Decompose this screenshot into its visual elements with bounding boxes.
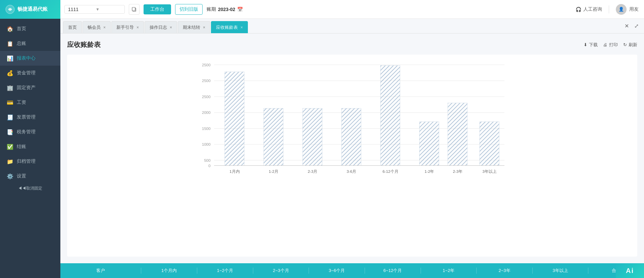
table-header-3年以上: 3年以上 — [533, 268, 589, 274]
svg-text:0: 0 — [208, 163, 210, 168]
divider — [609, 5, 609, 13]
tab-label-period-end: 期末结转 — [183, 24, 200, 30]
tab-oplog[interactable]: 操作日志× — [145, 21, 177, 33]
tab-close-guide[interactable]: × — [137, 25, 139, 30]
svg-rect-20 — [225, 72, 244, 166]
page-actions: ⬇ 下载 🖨 打印 ↻ 刷新 — [584, 42, 637, 48]
sidebar-label-invoice: 发票管理 — [17, 114, 36, 120]
sidebar-item-settings[interactable]: ⚙️ 设置 — [0, 169, 60, 184]
tab-close-member[interactable]: × — [103, 25, 106, 30]
table-header-3~6个月: 3~6个月 — [309, 268, 365, 274]
svg-text:6-12个月: 6-12个月 — [382, 169, 398, 173]
table-header-客户: 客户 — [60, 268, 141, 274]
table-header-2~3年: 2~3年 — [477, 268, 533, 274]
consultant-button[interactable]: 🎧 人工咨询 — [576, 6, 602, 12]
sidebar-item-funds[interactable]: 💰 资金管理 — [0, 66, 60, 80]
expand-tab-button[interactable]: ⤢ — [633, 21, 640, 30]
tab-label-home: 首页 — [68, 24, 77, 30]
table-header: 客户1个月内1~2个月2~3个月3~6个月6~12个月1~2年2~3年3年以上合… — [60, 263, 644, 278]
page-content: 应收账龄表 ⬇ 下载 🖨 打印 ↻ 刷新 — [60, 33, 644, 263]
consultant-label: 人工咨询 — [583, 6, 602, 12]
period-area: 账期 2023-02 📅 — [207, 6, 243, 12]
headset-icon: 🎧 — [576, 7, 581, 12]
chart-area: 2500 2500 2500 2000 1500 1000 500 0 — [74, 61, 631, 250]
page-header: 应收账龄表 ⬇ 下载 🖨 打印 ↻ 刷新 — [67, 40, 637, 49]
svg-text:2-3年: 2-3年 — [453, 169, 463, 173]
salary-icon: 💳 — [7, 99, 13, 106]
company-selector[interactable]: 1111 ▼ — [64, 5, 125, 14]
tab-close-oplog[interactable]: × — [170, 25, 172, 30]
sidebar-label-assets: 固定资产 — [17, 85, 36, 91]
close-all-tabs-button[interactable]: ✕ — [623, 21, 630, 30]
tab-guide[interactable]: 新手引导× — [111, 21, 144, 33]
tab-label-oplog: 操作日志 — [150, 24, 167, 30]
svg-text:1月内: 1月内 — [229, 169, 239, 173]
sidebar-item-home[interactable]: 🏠 首页 — [0, 21, 60, 36]
chart-container: 2500 2500 2500 2000 1500 1000 500 0 — [67, 55, 637, 257]
table-header-1~2个月: 1~2个月 — [197, 268, 253, 274]
user-area[interactable]: 👤 用友 — [616, 4, 639, 15]
svg-rect-24 — [303, 108, 322, 165]
top-bar: 畅捷通易代账 1111 ▼ 工作台 切到旧版 账期 2023-02 📅 🎧 人工… — [0, 0, 644, 19]
page-title: 应收账龄表 — [67, 40, 101, 49]
calendar-icon[interactable]: 📅 — [237, 7, 243, 12]
table-header-1个月内: 1个月内 — [141, 268, 197, 274]
sidebar-item-invoice[interactable]: 🧾 发票管理 — [0, 110, 60, 125]
svg-text:3-6月: 3-6月 — [346, 169, 356, 173]
logo-text: 畅捷通易代账 — [17, 6, 48, 12]
ledger-icon: 📋 — [7, 40, 13, 47]
ai-badge[interactable]: Ai — [616, 264, 644, 278]
svg-rect-2 — [132, 7, 135, 11]
sidebar: 🏠 首页 📋 总账 📊 报表中心 💰 资金管理 🏢 固定资产 💳 工资 🧾 发票… — [0, 19, 60, 278]
print-icon: 🖨 — [603, 42, 607, 47]
funds-icon: 💰 — [7, 70, 13, 76]
workbench-button[interactable]: 工作台 — [144, 4, 171, 14]
sidebar-label-archive: 归档管理 — [17, 158, 36, 164]
sidebar-label-funds: 资金管理 — [17, 70, 36, 76]
svg-text:500: 500 — [204, 158, 210, 162]
tax-icon: 📑 — [7, 129, 13, 135]
sidebar-label-home: 首页 — [17, 26, 26, 32]
tab-close-period-end[interactable]: × — [203, 25, 205, 30]
tab-home[interactable]: 首页 — [63, 21, 82, 33]
sidebar-item-reports[interactable]: 📊 报表中心 — [0, 51, 60, 66]
sidebar-label-reports: 报表中心 — [17, 55, 36, 61]
svg-rect-34 — [480, 122, 499, 166]
tab-label-member: 畅会员 — [88, 24, 101, 30]
svg-text:2500: 2500 — [202, 63, 211, 67]
tab-close-aging[interactable]: × — [240, 25, 243, 30]
tab-member[interactable]: 畅会员× — [83, 21, 111, 33]
company-name: 1111 — [68, 7, 94, 12]
period-label: 账期 — [207, 6, 216, 12]
bar-chart: 2500 2500 2500 2000 1500 1000 500 0 — [74, 61, 631, 189]
tab-period-end[interactable]: 期末结转× — [178, 21, 210, 33]
sidebar-item-checkout[interactable]: ✅ 结账 — [0, 139, 60, 154]
switch-version-button[interactable]: 切到旧版 — [175, 4, 203, 15]
sidebar-label-salary: 工资 — [17, 99, 26, 106]
main-layout: 🏠 首页 📋 总账 📊 报表中心 💰 资金管理 🏢 固定资产 💳 工资 🧾 发票… — [0, 19, 644, 278]
refresh-button[interactable]: ↻ 刷新 — [623, 42, 637, 48]
sidebar-label-settings: 设置 — [17, 173, 26, 179]
sidebar-label-checkout: 结账 — [17, 144, 26, 150]
cancel-fixed-button[interactable]: ◀◀取消固定 — [0, 184, 60, 193]
tab-aging[interactable]: 应收账龄表× — [211, 21, 248, 33]
logo-icon — [5, 5, 15, 14]
tab-label-aging: 应收账龄表 — [216, 24, 238, 30]
sidebar-item-assets[interactable]: 🏢 固定资产 — [0, 80, 60, 95]
download-button[interactable]: ⬇ 下载 — [584, 42, 598, 48]
copy-button[interactable] — [129, 4, 140, 15]
sidebar-item-archive[interactable]: 📁 归档管理 — [0, 154, 60, 169]
avatar: 👤 — [616, 4, 627, 15]
sidebar-item-tax[interactable]: 📑 税务管理 — [0, 125, 60, 139]
svg-text:3年以上: 3年以上 — [482, 169, 496, 173]
svg-rect-26 — [341, 108, 361, 165]
table-header-6~12个月: 6~12个月 — [365, 268, 421, 274]
logo-area: 畅捷通易代账 — [0, 0, 60, 19]
top-right-area: 🎧 人工咨询 👤 用友 — [576, 4, 639, 15]
tab-label-guide: 新手引导 — [116, 24, 134, 30]
sidebar-item-ledger[interactable]: 📋 总账 — [0, 36, 60, 51]
sidebar-item-salary[interactable]: 💳 工资 — [0, 95, 60, 110]
print-button[interactable]: 🖨 打印 — [603, 42, 618, 48]
cancel-fixed-label: ◀◀取消固定 — [18, 186, 42, 191]
svg-text:1-2年: 1-2年 — [425, 169, 434, 173]
